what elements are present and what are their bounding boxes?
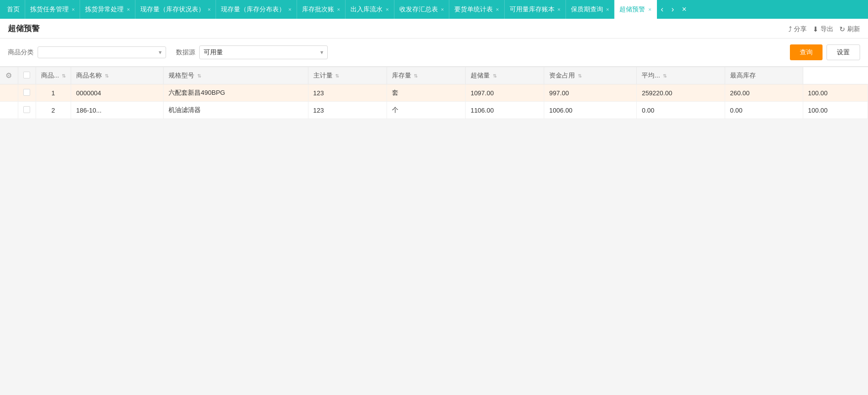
export-button[interactable]: ⬇ 导出 [813,25,833,34]
table-row: 1 0000004 六配套新昌490BPG 123 套 1097.00 997.… [0,84,868,102]
col-over-stock-label: 超储量 [471,72,490,79]
nav-next-button[interactable]: › [667,0,678,19]
table-row: 2 186-10... 机油滤清器 123 个 1106.00 1006.00 … [0,102,868,119]
tab-home-label: 首页 [7,5,20,14]
col-unit-label: 主计量 [313,72,333,79]
query-button[interactable]: 查询 [790,44,823,60]
filter-bar: 商品分类 ▾ 数据源 可用量 ▾ 查询 设置 [0,39,868,67]
col-max-stock-label: 最高库存 [730,72,756,79]
settings-button[interactable]: 设置 [826,44,860,60]
row-checkbox[interactable] [23,106,30,113]
category-filter: 商品分类 ▾ [8,46,166,58]
row-spec: 123 [308,84,387,102]
select-all-checkbox[interactable] [23,72,30,79]
tab-available[interactable]: 可用量库存账本 × [505,0,566,19]
close-icon[interactable]: × [496,6,499,12]
row-product-code: 0000004 [71,84,163,102]
close-icon[interactable]: × [558,6,561,12]
row-max-stock: 100.00 [803,102,868,119]
tab-order-stat[interactable]: 要货单统计表 × [449,0,504,19]
close-icon[interactable]: × [648,6,651,12]
tab-flow-label: 出入库流水 [350,5,383,14]
share-icon: ⤴ [788,25,792,33]
sort-icon: ⇅ [62,73,66,79]
table-header-row: ⚙ 商品... ⇅ 商品名称 ⇅ 规格型号 ⇅ 主计量 [0,67,868,84]
table-body: 1 0000004 六配套新昌490BPG 123 套 1097.00 997.… [0,84,868,119]
row-settings-cell [0,102,18,119]
row-checkbox[interactable] [23,89,30,96]
tab-pick-task[interactable]: 拣货任务管理 × [25,0,80,19]
row-unit: 套 [387,84,465,102]
col-product-code-label: 商品... [41,72,59,79]
row-settings-cell [0,84,18,102]
datasource-filter: 数据源 可用量 ▾ [176,45,328,59]
gear-icon[interactable]: ⚙ [5,71,12,79]
row-stock: 1106.00 [465,102,544,119]
close-icon[interactable]: × [127,6,130,12]
col-capital-label: 资金占用 [549,72,575,79]
export-label: 导出 [821,25,833,34]
close-icon[interactable]: × [288,6,291,12]
close-icon[interactable]: × [606,6,609,12]
col-avg[interactable]: 平均... ⇅ [637,67,725,84]
col-settings: ⚙ [0,67,18,84]
header-actions: ⤴ 分享 ⬇ 导出 ↻ 刷新 [788,25,860,34]
col-spec-label: 规格型号 [169,72,194,79]
datasource-select[interactable]: 可用量 ▾ [199,45,328,59]
tab-pick-exception-label: 拣货异常处理 [85,5,124,14]
tab-batch-account-label: 库存批次账 [302,5,334,14]
close-icon[interactable]: × [386,6,389,12]
category-select[interactable]: ▾ [38,46,166,58]
tab-stock-status[interactable]: 现存量（库存状况表） × [135,0,216,19]
tab-overstock[interactable]: 超储预警 × [614,0,656,19]
nav-prev-button[interactable]: ‹ [657,0,667,19]
chevron-down-icon: ▾ [159,49,162,56]
tab-home[interactable]: 首页 [2,0,25,19]
tab-flow[interactable]: 出入库流水 × [346,0,394,19]
col-stock[interactable]: 库存量 ⇅ [387,67,465,84]
row-capital: 259220.00 [637,84,725,102]
page-header: 超储预警 ⤴ 分享 ⬇ 导出 ↻ 刷新 [0,19,868,39]
close-icon[interactable]: × [208,6,211,12]
col-product-code[interactable]: 商品... ⇅ [36,67,71,84]
category-label: 商品分类 [8,48,34,57]
col-max-stock[interactable]: 最高库存 [725,67,803,84]
row-product-name: 六配套新昌490BPG [164,84,308,102]
col-over-stock[interactable]: 超储量 ⇅ [465,67,544,84]
datasource-select-value: 可用量 [204,48,223,57]
row-max-stock: 100.00 [803,84,868,102]
close-icon[interactable]: × [337,6,340,12]
tab-stock-dist[interactable]: 现存量（库存分布表） × [216,0,297,19]
sort-icon: ⇅ [414,73,418,79]
row-product-name: 机油滤清器 [164,102,308,119]
col-product-name[interactable]: 商品名称 ⇅ [71,67,163,84]
tab-expiry-label: 保质期查询 [571,5,603,14]
col-spec[interactable]: 规格型号 ⇅ [164,67,308,84]
refresh-label: 刷新 [847,25,860,34]
close-icon[interactable]: × [72,6,75,12]
page-title: 超储预警 [8,24,40,34]
close-icon[interactable]: × [441,6,444,12]
share-label: 分享 [794,25,807,34]
export-icon: ⬇ [813,25,819,33]
row-spec: 123 [308,102,387,119]
filter-actions: 查询 设置 [790,44,860,60]
col-capital[interactable]: 资金占用 ⇅ [544,67,637,84]
tab-expiry[interactable]: 保质期查询 × [566,0,614,19]
tab-summary-label: 收发存汇总表 [399,5,438,14]
tab-pick-exception[interactable]: 拣货异常处理 × [80,0,135,19]
topbar: 首页 拣货任务管理 × 拣货异常处理 × 现存量（库存状况表） × 现存量（库存… [0,0,868,19]
col-unit[interactable]: 主计量 ⇅ [308,67,387,84]
row-stock: 1097.00 [465,84,544,102]
refresh-button[interactable]: ↻ 刷新 [839,25,860,34]
chevron-down-icon: ▾ [320,49,323,56]
nav-close-button[interactable]: × [678,0,690,19]
col-checkbox [18,67,36,84]
row-checkbox-cell [18,84,36,102]
row-product-code: 186-10... [71,102,163,119]
tab-overstock-label: 超储预警 [619,5,645,14]
tab-summary[interactable]: 收发存汇总表 × [394,0,449,19]
share-button[interactable]: ⤴ 分享 [788,25,807,34]
tab-batch-account[interactable]: 库存批次账 × [297,0,346,19]
tab-stock-dist-label: 现存量（库存分布表） [221,5,285,14]
